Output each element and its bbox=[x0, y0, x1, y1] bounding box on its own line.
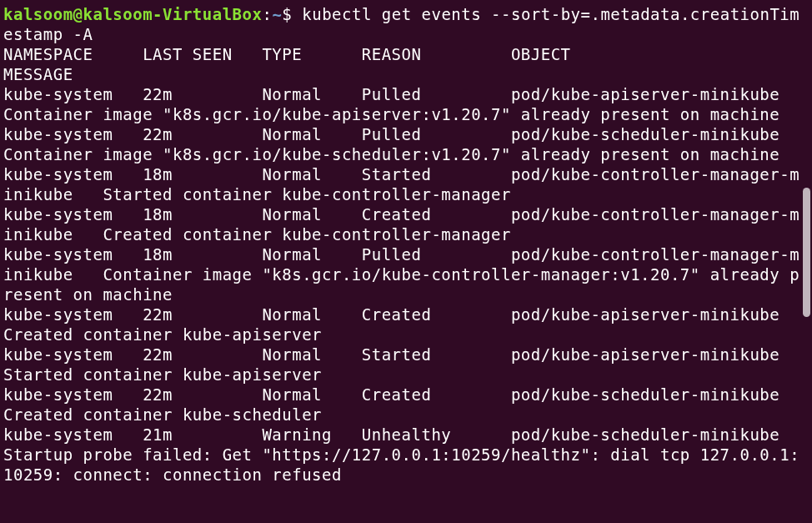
table-header: NAMESPACE LAST SEEN TYPE REASON OBJECT M… bbox=[3, 45, 812, 83]
event-row: kube-system 22m Normal Created pod/kube-… bbox=[3, 385, 812, 424]
event-row: kube-system 18m Normal Created pod/kube-… bbox=[3, 205, 799, 244]
prompt-host: kalsoom-VirtualBox bbox=[83, 5, 263, 23]
event-row: kube-system 18m Normal Started pod/kube-… bbox=[3, 165, 799, 204]
event-row: kube-system 21m Warning Unhealthy pod/ku… bbox=[3, 425, 812, 484]
event-row: kube-system 22m Normal Created pod/kube-… bbox=[3, 305, 812, 344]
prompt-path: ~ bbox=[272, 5, 282, 23]
scrollbar-thumb[interactable] bbox=[803, 188, 810, 317]
event-row: kube-system 18m Normal Pulled pod/kube-c… bbox=[3, 245, 799, 304]
event-row: kube-system 22m Normal Pulled pod/kube-s… bbox=[3, 125, 812, 163]
prompt-dollar: $ bbox=[282, 5, 292, 23]
event-row: kube-system 22m Normal Started pod/kube-… bbox=[3, 345, 812, 384]
event-row: kube-system 22m Normal Pulled pod/kube-a… bbox=[3, 85, 812, 123]
prompt-at: @ bbox=[73, 5, 83, 23]
prompt-colon: : bbox=[262, 5, 272, 23]
terminal-output[interactable]: kalsoom@kalsoom-VirtualBox:~$ kubectl ge… bbox=[3, 4, 809, 485]
prompt-user: kalsoom bbox=[3, 5, 73, 23]
